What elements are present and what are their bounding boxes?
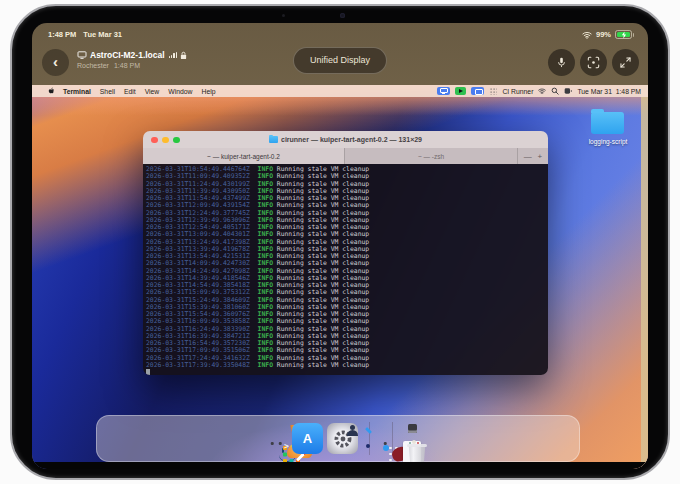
fullscreen-icon (619, 56, 632, 69)
app-store-icon: A (292, 423, 323, 454)
letterbox-bar (32, 462, 648, 469)
terminal-tab-bar: ~ — kuiper-tart-agent-0.2 ~ — -zsh — + (143, 148, 548, 164)
battery-icon (615, 30, 632, 39)
terminal-title-bar[interactable]: cirunner — kuiper-tart-agent-0.2 — 131×2… (143, 131, 548, 148)
new-tab-button[interactable]: + (538, 152, 543, 161)
terminal-content[interactable]: 2026-03-31T10:54:49.446764Z INFO Running… (143, 164, 548, 375)
window-title: cirunner — kuiper-tart-agent-0.2 — 131×2… (281, 136, 422, 143)
window-folder-icon (269, 136, 278, 143)
desktop-folder-label: logging-script (572, 138, 644, 145)
screen-sharing-status-icon[interactable] (437, 87, 450, 96)
unified-display-button[interactable]: Unified Display (293, 47, 387, 74)
charging-bolt-icon (620, 31, 628, 39)
microphone-button[interactable] (548, 49, 575, 76)
user-switch-icon[interactable] (564, 87, 572, 95)
apple-logo-icon[interactable] (48, 87, 55, 95)
menu-bar-clock[interactable]: Tue Mar 31 1:48 PM (577, 88, 641, 95)
spotlight-search-icon[interactable] (551, 87, 559, 95)
screen-capture-icon (587, 56, 600, 69)
session-location: Rochester (77, 62, 109, 69)
session-time: 1:48 PM (114, 62, 140, 69)
microphone-icon (555, 56, 568, 69)
running-indicator (384, 442, 387, 445)
menu-wifi-icon[interactable] (538, 87, 546, 95)
screen: 1:48 PM Tue Mar 31 99% ‹ (32, 23, 648, 469)
back-button[interactable]: ‹ (42, 49, 69, 76)
battery-percent: 99% (596, 30, 611, 39)
running-indicator (279, 442, 282, 445)
ipad-device: 1:48 PM Tue Mar 31 99% ‹ (10, 4, 670, 480)
status-date: Tue Mar 31 (83, 30, 122, 39)
wifi-icon (582, 31, 592, 39)
tab-kuiper-tart-agent[interactable]: ~ — kuiper-tart-agent-0.2 (143, 148, 345, 164)
front-camera-icon (340, 13, 345, 18)
screen-capture-button[interactable] (580, 49, 607, 76)
menu-edit[interactable]: Edit (124, 88, 136, 95)
dock: A (96, 415, 580, 462)
menu-window[interactable]: Window (168, 88, 192, 95)
desktop-folder-icon[interactable] (591, 112, 624, 134)
log-line: 2026-03-31T17:39:49.335048Z INFO Running… (146, 362, 548, 369)
ci-runner-status-item[interactable]: CI Runner (502, 88, 533, 95)
signal-bars-icon (169, 52, 177, 58)
dock-divider (369, 422, 370, 455)
menu-app-name[interactable]: Terminal (63, 88, 91, 95)
dots-grid-status-icon[interactable] (489, 87, 497, 95)
fullscreen-button[interactable] (612, 49, 639, 76)
play-status-icon[interactable] (455, 87, 466, 96)
lock-icon (180, 51, 187, 60)
dock-app-store[interactable]: A (292, 423, 323, 454)
zoom-window-button[interactable] (173, 137, 180, 144)
menu-help[interactable]: Help (201, 88, 215, 95)
chevron-left-icon: ‹ (53, 53, 58, 70)
minimize-window-button[interactable] (162, 137, 169, 144)
menu-view[interactable]: View (145, 88, 160, 95)
status-bar: 1:48 PM Tue Mar 31 99% (32, 23, 648, 42)
camera-status-icon[interactable] (471, 87, 484, 96)
remote-desktop: Terminal Shell Edit View Window Help CI … (32, 85, 648, 469)
display-icon (77, 51, 87, 59)
device-info[interactable]: AstroCI-M2-1.local Rochester 1:48 PM (77, 50, 187, 69)
status-time: 1:48 PM (48, 30, 76, 39)
terminal-cursor (146, 369, 150, 375)
tab-dash-icon: — (524, 152, 532, 161)
running-indicator (271, 442, 274, 445)
terminal-window: cirunner — kuiper-tart-agent-0.2 — 131×2… (143, 131, 548, 375)
menu-shell[interactable]: Shell (100, 88, 115, 95)
ambient-sensor (282, 14, 285, 17)
tab-zsh[interactable]: ~ — -zsh (345, 148, 518, 164)
macos-menu-bar: Terminal Shell Edit View Window Help CI … (32, 85, 648, 97)
close-window-button[interactable] (151, 137, 158, 144)
host-name: AstroCI-M2-1.local (90, 50, 165, 60)
